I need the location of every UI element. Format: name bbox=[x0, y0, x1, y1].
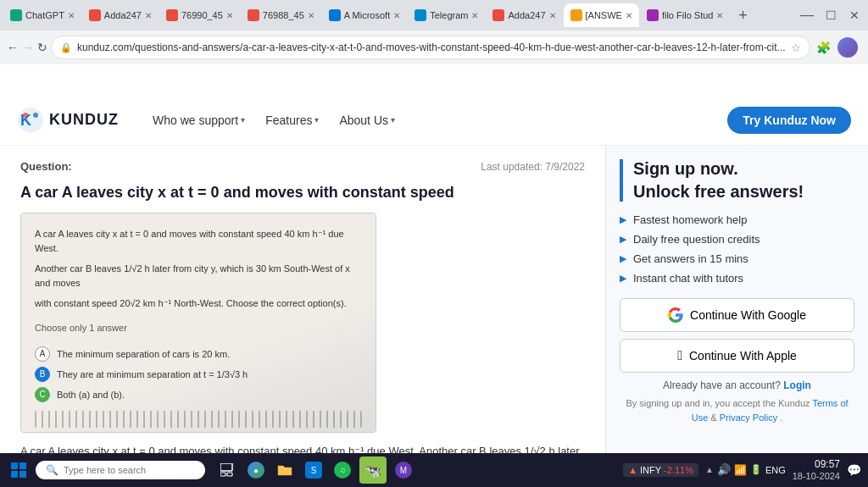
tab-adda4[interactable]: Adda247 ✕ bbox=[486, 3, 562, 27]
tab-close-adda2[interactable]: ✕ bbox=[226, 11, 233, 20]
question-image: A car A leaves city x at t = 0 and moves… bbox=[20, 213, 376, 433]
option-c-circle: C bbox=[35, 387, 50, 402]
taskbar-icon-4[interactable]: S bbox=[302, 458, 326, 482]
time-display: 09:57 bbox=[793, 458, 840, 470]
profile-avatar[interactable] bbox=[837, 37, 858, 58]
nav-item-about[interactable]: About Us ▾ bbox=[331, 108, 403, 132]
already-have-account-text: Already have an account? Login bbox=[620, 379, 854, 391]
search-input[interactable] bbox=[64, 465, 182, 475]
stock-icon: ▲ bbox=[628, 465, 637, 475]
svg-rect-9 bbox=[220, 473, 225, 476]
tab-telegram[interactable]: Telegram ✕ bbox=[408, 3, 485, 27]
tab-close-answers[interactable]: ✕ bbox=[626, 11, 632, 20]
tab-favicon-adda1 bbox=[89, 9, 101, 21]
extensions-icon[interactable]: 🧩 bbox=[814, 37, 834, 58]
login-link[interactable]: Login bbox=[783, 379, 811, 391]
img-line-3: with constant speed 20√2 km h⁻¹ North-We… bbox=[35, 296, 362, 311]
svg-point-3 bbox=[33, 113, 38, 118]
tab-close-telegram[interactable]: ✕ bbox=[471, 11, 478, 20]
taskbar-browser-icon[interactable]: ● bbox=[244, 458, 268, 482]
taskbar-icon-5[interactable]: ♫ bbox=[331, 458, 354, 482]
tab-label-filo: filo Filo Stud bbox=[662, 10, 714, 20]
try-kunduz-button[interactable]: Try Kunduz Now bbox=[727, 107, 851, 134]
tab-adda1[interactable]: Adda247 ✕ bbox=[82, 3, 159, 27]
tab-answers[interactable]: [ANSWE ✕ bbox=[564, 3, 639, 27]
terms-prefix: By signing up and in, you accept the Kun… bbox=[626, 398, 810, 408]
tab-close-adda4[interactable]: ✕ bbox=[549, 11, 556, 20]
page-content: K KUNDUZ Who we support ▾ Features ▾ Abo… bbox=[0, 95, 868, 453]
menu-icon[interactable]: ⋮ bbox=[861, 37, 868, 58]
option-b-text: They are at minimum separation at t = 1/… bbox=[57, 369, 248, 379]
start-button[interactable] bbox=[7, 458, 31, 482]
notification-icon[interactable]: 💬 bbox=[847, 463, 861, 477]
feature-item-1: ▶ Fastest homework help bbox=[620, 213, 854, 226]
address-bar[interactable]: 🔒 kunduz.com/questions-and-answers/a-car… bbox=[51, 36, 810, 59]
volume-icon[interactable]: 🔊 bbox=[717, 463, 731, 476]
bookmark-icon[interactable]: ☆ bbox=[791, 42, 801, 54]
sidebar: Sign up now. Unlock free answers! ▶ Fast… bbox=[605, 146, 868, 453]
nav-item-who-we-support[interactable]: Who we support ▾ bbox=[144, 108, 253, 132]
choose-label: Choose only 1 answer bbox=[35, 323, 362, 333]
tab-favicon-chatgpt bbox=[10, 9, 22, 21]
signup-header: Sign up now. Unlock free answers! bbox=[620, 159, 854, 202]
option-a-circle: A bbox=[35, 346, 50, 362]
tab-filo[interactable]: filo Filo Stud ✕ bbox=[640, 3, 731, 27]
image-scribble bbox=[35, 411, 362, 428]
stock-widget[interactable]: ▲ INFY -2.11% bbox=[623, 463, 698, 477]
feature-item-2: ▶ Daily free question credits bbox=[620, 233, 854, 246]
chevron-down-icon-who: ▾ bbox=[241, 115, 245, 125]
tab-chatgpt[interactable]: ChatGPT ✕ bbox=[3, 3, 81, 27]
close-window-button[interactable]: ✕ bbox=[844, 5, 865, 25]
taskbar-icon-6[interactable]: M bbox=[392, 458, 415, 482]
new-tab-button[interactable]: + bbox=[731, 3, 754, 27]
file-explorer-icon[interactable] bbox=[273, 458, 297, 482]
feature-list: ▶ Fastest homework help ▶ Daily free que… bbox=[620, 213, 854, 285]
arrow-icon-3: ▶ bbox=[620, 253, 626, 264]
stock-label: INFY bbox=[640, 465, 661, 475]
feature-item-3: ▶ Get answers in 15 mins bbox=[620, 252, 854, 265]
tab-label-adda2: 76990_45 bbox=[181, 10, 223, 20]
tab-adda3[interactable]: 76988_45 ✕ bbox=[241, 3, 321, 27]
terms-suffix: . bbox=[780, 412, 782, 423]
date-display: 18-10-2024 bbox=[793, 471, 840, 482]
nav-item-features[interactable]: Features ▾ bbox=[257, 108, 327, 132]
tab-adda2[interactable]: 76990_45 ✕ bbox=[159, 3, 240, 27]
minimize-button[interactable]: — bbox=[797, 5, 817, 25]
forward-button[interactable]: → bbox=[22, 36, 34, 59]
option-b-circle: B bbox=[35, 367, 50, 382]
clock-widget[interactable]: 09:57 18-10-2024 bbox=[793, 458, 840, 482]
continue-with-apple-button[interactable]:  Continue With Apple bbox=[620, 339, 854, 373]
arrow-icon-1: ▶ bbox=[620, 214, 626, 225]
taskbar-search[interactable]: 🔍 bbox=[36, 461, 205, 479]
taskbar-right: ▲ INFY -2.11% ▲ 🔊 📶 🔋 ENG 09:57 18-10-20… bbox=[623, 458, 861, 482]
up-arrow-icon[interactable]: ▲ bbox=[705, 465, 714, 474]
tab-close-chatgpt[interactable]: ✕ bbox=[68, 11, 75, 20]
tab-close-adda3[interactable]: ✕ bbox=[308, 11, 314, 20]
apple-btn-label: Continue With Apple bbox=[689, 349, 797, 362]
restore-button[interactable]: ☐ bbox=[821, 5, 841, 25]
logo-area: K KUNDUZ bbox=[17, 107, 119, 134]
nav-label-features: Features bbox=[265, 113, 312, 127]
question-label: Question: bbox=[20, 160, 72, 173]
signup-subtitle: Unlock free answers! bbox=[633, 182, 854, 202]
img-line-2: Another car B leaves 1/√2 h later from c… bbox=[35, 262, 362, 290]
svg-rect-5 bbox=[19, 462, 26, 469]
feature-text-1: Fastest homework help bbox=[633, 213, 747, 226]
tab-microsoft[interactable]: A Microsoft ✕ bbox=[322, 3, 407, 27]
tab-close-microsoft[interactable]: ✕ bbox=[393, 11, 400, 20]
option-a: A The minimum separation of cars is 20 k… bbox=[35, 346, 362, 362]
continue-with-google-button[interactable]: Continue With Google bbox=[620, 298, 854, 332]
logo-icon: K bbox=[17, 107, 44, 134]
back-button[interactable]: ← bbox=[7, 36, 19, 59]
option-c: C Both (a) and (b). bbox=[35, 387, 362, 402]
network-icon[interactable]: 📶 bbox=[734, 464, 747, 476]
privacy-policy-link[interactable]: Privacy Policy bbox=[720, 412, 777, 423]
tab-label-adda4: Adda247 bbox=[508, 10, 545, 20]
google-btn-label: Continue With Google bbox=[690, 308, 806, 322]
reload-button[interactable]: ↻ bbox=[37, 36, 47, 59]
tab-close-adda1[interactable]: ✕ bbox=[145, 11, 152, 20]
task-view-icon[interactable] bbox=[215, 458, 239, 482]
option-d-circle: D bbox=[35, 433, 50, 434]
google-icon bbox=[668, 307, 683, 323]
tab-close-filo[interactable]: ✕ bbox=[716, 11, 723, 20]
